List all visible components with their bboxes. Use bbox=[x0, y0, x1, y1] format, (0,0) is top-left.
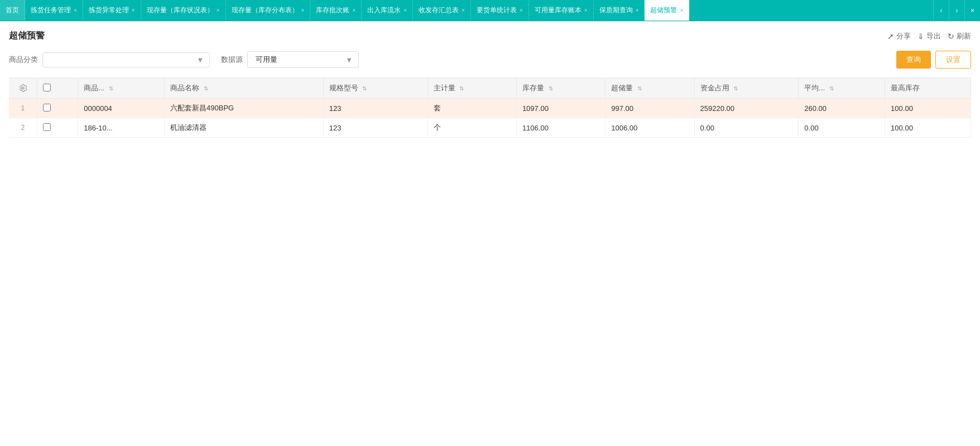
filter-actions: 查询 设置 bbox=[896, 51, 971, 69]
nav-next-btn[interactable]: › bbox=[949, 0, 964, 21]
th-overstock: 超储量 ⇅ bbox=[606, 78, 694, 99]
nav-quality-period[interactable]: 保质期查询 × bbox=[594, 0, 645, 21]
nav-stock-dist[interactable]: 现存量（库存分布表） × bbox=[226, 0, 311, 21]
th-settings bbox=[9, 78, 37, 99]
th-stock-label: 库存量 bbox=[522, 84, 544, 92]
th-avg-label: 平均... bbox=[804, 84, 825, 92]
sort-icon-overstock[interactable]: ⇅ bbox=[637, 85, 642, 91]
nav-overstock-warning[interactable]: 超储预警 × bbox=[645, 0, 689, 21]
nav-order-stats[interactable]: 要货单统计表 × bbox=[471, 0, 529, 21]
row-checkbox[interactable] bbox=[43, 104, 51, 112]
datasource-select[interactable]: 可用量 ▼ bbox=[247, 51, 359, 68]
row-unit: 套 bbox=[427, 99, 516, 118]
row-checkbox-cell bbox=[37, 99, 78, 118]
nav-close-8[interactable]: × bbox=[520, 7, 523, 13]
table-row: 2 186-10... 机油滤清器 123 个 1106.00 1006.00 … bbox=[9, 118, 971, 138]
datasource-label: 数据源 bbox=[221, 55, 243, 65]
refresh-button[interactable]: ↻ 刷新 bbox=[948, 31, 971, 41]
share-icon: ➚ bbox=[887, 32, 894, 41]
sort-icon-capital[interactable]: ⇅ bbox=[733, 85, 738, 91]
sort-icon-avg[interactable]: ⇅ bbox=[829, 85, 834, 91]
data-table: 商品... ⇅ 商品名称 ⇅ 规格型号 ⇅ 主计量 ⇅ 库存量 ⇅ bbox=[9, 77, 971, 138]
header-actions: ➚ 分享 ⇓ 导出 ↻ 刷新 bbox=[887, 31, 971, 41]
nav-home[interactable]: 首页 bbox=[0, 0, 25, 21]
sort-icon-code[interactable]: ⇅ bbox=[109, 85, 113, 91]
nav-close-5[interactable]: × bbox=[352, 7, 356, 13]
th-max-stock: 最高库存 bbox=[885, 78, 971, 99]
nav-close-3[interactable]: × bbox=[217, 7, 220, 13]
nav-arrows: ‹ › × bbox=[933, 0, 980, 21]
th-checkbox bbox=[37, 78, 78, 99]
row-capital: 0.00 bbox=[694, 118, 799, 138]
export-icon: ⇓ bbox=[917, 32, 924, 41]
sort-icon-spec[interactable]: ⇅ bbox=[362, 85, 367, 91]
nav-close-7[interactable]: × bbox=[462, 7, 465, 13]
row-spec: 123 bbox=[323, 118, 427, 138]
row-number: 2 bbox=[9, 118, 37, 138]
nav-summary[interactable]: 收发存汇总表 × bbox=[413, 0, 471, 21]
filter-row: 商品分类 ▼ 数据源 可用量 ▼ 查询 设置 bbox=[9, 51, 971, 69]
row-overstock: 1006.00 bbox=[606, 118, 694, 138]
th-capital: 资金占用 ⇅ bbox=[694, 78, 799, 99]
datasource-filter-group: 数据源 可用量 ▼ bbox=[221, 51, 359, 68]
sort-icon-name[interactable]: ⇅ bbox=[204, 85, 208, 91]
nav-close-1[interactable]: × bbox=[74, 7, 77, 13]
nav-close-4[interactable]: × bbox=[301, 7, 305, 13]
th-overstock-label: 超储量 bbox=[611, 84, 633, 92]
th-spec-label: 规格型号 bbox=[329, 84, 358, 92]
nav-prev-btn[interactable]: ‹ bbox=[933, 0, 949, 21]
row-stock: 1097.00 bbox=[516, 99, 605, 118]
th-capital-label: 资金占用 bbox=[700, 84, 729, 92]
datasource-select-arrow: ▼ bbox=[345, 56, 353, 64]
header-checkbox[interactable] bbox=[43, 84, 51, 91]
nav-batch-account[interactable]: 库存批次账 × bbox=[310, 0, 362, 21]
th-product-name: 商品名称 ⇅ bbox=[165, 78, 324, 99]
nav-task-mgmt[interactable]: 拣货任务管理 × bbox=[25, 0, 83, 21]
nav-close-2[interactable]: × bbox=[132, 7, 135, 13]
row-overstock: 997.00 bbox=[606, 99, 694, 118]
row-product-name: 机油滤清器 bbox=[165, 118, 324, 138]
th-stock: 库存量 ⇅ bbox=[516, 78, 605, 99]
th-avg: 平均... ⇅ bbox=[799, 78, 885, 99]
nav-flow[interactable]: 出入库流水 × bbox=[362, 0, 413, 21]
page-title: 超储预警 bbox=[9, 30, 45, 42]
th-unit-label: 主计量 bbox=[434, 84, 455, 92]
row-product-code: 0000004 bbox=[78, 99, 165, 118]
row-avg: 0.00 bbox=[799, 118, 885, 138]
th-unit: 主计量 ⇅ bbox=[427, 78, 516, 99]
table-row: 1 0000004 六配套新昌490BPG 123 套 1097.00 997.… bbox=[9, 99, 971, 118]
nav-close-11[interactable]: × bbox=[680, 7, 683, 13]
row-unit: 个 bbox=[427, 118, 516, 138]
nav-available-account[interactable]: 可用量库存账本 × bbox=[529, 0, 594, 21]
export-button[interactable]: ⇓ 导出 bbox=[917, 31, 941, 41]
category-label: 商品分类 bbox=[9, 55, 38, 65]
nav-close-6[interactable]: × bbox=[403, 7, 407, 13]
row-number: 1 bbox=[9, 99, 37, 118]
row-checkbox[interactable] bbox=[43, 123, 51, 131]
category-select[interactable]: ▼ bbox=[42, 52, 210, 67]
nav-close-9[interactable]: × bbox=[584, 7, 588, 13]
nav-close-10[interactable]: × bbox=[636, 7, 639, 13]
page-content: 超储预警 ➚ 分享 ⇓ 导出 ↻ 刷新 商品分类 ▼ 数据源 bbox=[0, 21, 980, 446]
share-button[interactable]: ➚ 分享 bbox=[887, 31, 911, 41]
row-capital: 259220.00 bbox=[694, 99, 799, 118]
settings-button[interactable]: 设置 bbox=[935, 51, 971, 69]
query-button[interactable]: 查询 bbox=[896, 51, 931, 69]
th-product-code: 商品... ⇅ bbox=[78, 78, 165, 99]
row-product-name: 六配套新昌490BPG bbox=[165, 99, 324, 118]
row-max-stock: 100.00 bbox=[885, 99, 971, 118]
row-max-stock: 100.00 bbox=[885, 118, 971, 138]
sort-icon-stock[interactable]: ⇅ bbox=[549, 85, 553, 91]
nav-abnormal[interactable]: 拣货异常处理 × bbox=[83, 0, 141, 21]
category-filter-group: 商品分类 ▼ bbox=[9, 52, 210, 67]
nav-stock-status[interactable]: 现存量（库存状况表） × bbox=[141, 0, 226, 21]
th-max-stock-label: 最高库存 bbox=[891, 84, 920, 92]
page-header: 超储预警 ➚ 分享 ⇓ 导出 ↻ 刷新 bbox=[9, 30, 971, 42]
row-product-code: 186-10... bbox=[78, 118, 165, 138]
sort-icon-unit[interactable]: ⇅ bbox=[459, 85, 464, 91]
gear-icon[interactable] bbox=[18, 84, 27, 93]
row-checkbox-cell bbox=[37, 118, 78, 138]
category-select-arrow: ▼ bbox=[196, 56, 204, 64]
nav-close-all-btn[interactable]: × bbox=[964, 0, 980, 21]
datasource-value: 可用量 bbox=[256, 55, 277, 65]
